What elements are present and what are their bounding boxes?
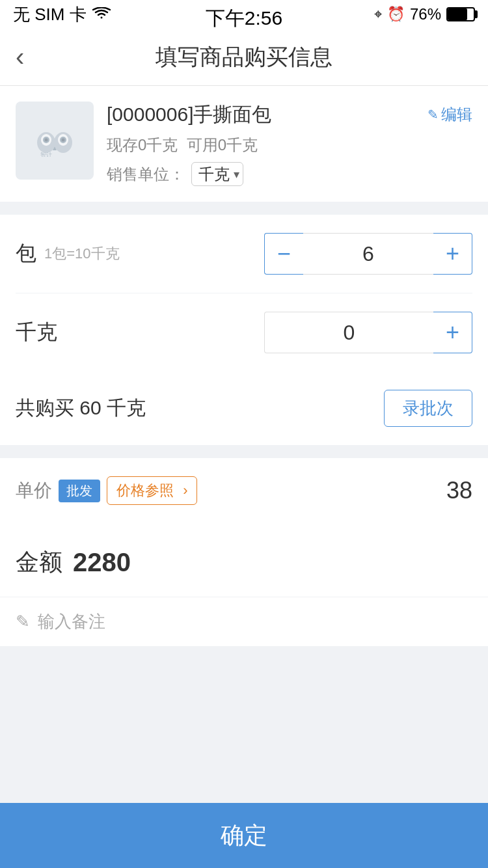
product-stock: 现存0千克 可用0千克: [107, 135, 472, 156]
bag-label: 包 1包=10千克: [16, 239, 120, 268]
unit-select-wrap[interactable]: 千克 包: [191, 162, 243, 186]
status-right: ⌖ ⏰ 76%: [374, 5, 475, 23]
confirm-button[interactable]: 确定: [0, 803, 488, 868]
section-divider-1: [0, 202, 488, 215]
unit-select[interactable]: 千克 包: [191, 162, 243, 186]
price-value: 38: [446, 477, 472, 504]
page-title: 填写商品购买信息: [156, 42, 332, 72]
bag-hint: 1包=10千克: [44, 244, 120, 264]
status-time: 下午2:56: [206, 5, 282, 32]
bag-plus-button[interactable]: +: [433, 233, 472, 275]
battery-percent: 76%: [410, 5, 441, 23]
remark-row[interactable]: ✎ 输入备注: [0, 597, 488, 646]
price-row: 单价 批发 价格参照 › 38: [16, 476, 472, 505]
kg-plus-button[interactable]: +: [433, 312, 472, 353]
section-divider-2: [0, 445, 488, 458]
price-tag: 批发: [59, 480, 100, 502]
product-unit-row: 销售单位： 千克 包: [107, 162, 472, 186]
total-amount: 60: [79, 397, 101, 418]
battery-icon: [446, 7, 475, 21]
status-left: 无 SIM 卡: [13, 3, 111, 26]
kg-quantity-input[interactable]: [264, 312, 433, 353]
kg-controls: +: [264, 312, 472, 353]
svg-point-6: [45, 139, 48, 142]
remark-edit-icon: ✎: [16, 612, 30, 632]
remark-placeholder: 输入备注: [38, 610, 105, 633]
location-icon: ⌖: [374, 6, 382, 23]
edit-button[interactable]: ✎ 编辑: [427, 104, 472, 125]
total-text: 共购买 60 千克: [16, 395, 146, 422]
svg-point-7: [62, 139, 65, 142]
back-button[interactable]: ‹: [16, 42, 24, 72]
price-section: 单价 批发 价格参照 › 38: [0, 458, 488, 528]
kg-label: 千克: [16, 318, 57, 347]
price-label: 单价 批发 价格参照 ›: [16, 476, 197, 505]
total-row: 共购买 60 千克 录批次: [0, 372, 488, 445]
price-reference-button[interactable]: 价格参照 ›: [107, 476, 197, 505]
carrier-text: 无 SIM 卡: [13, 3, 87, 26]
wifi-icon: [92, 5, 111, 25]
amount-value: 2280: [73, 548, 131, 577]
bag-input-row: 包 1包=10千克 − +: [16, 215, 472, 293]
amount-section: 金额 2280 ✎ 输入备注: [0, 528, 488, 646]
product-thumbnail: 智计: [16, 102, 94, 180]
amount-row: 金额 2280: [0, 528, 488, 597]
kg-input-row: 千克 +: [16, 293, 472, 372]
alarm-icon: ⏰: [387, 6, 405, 23]
input-section: 包 1包=10千克 − + 千克 +: [0, 215, 488, 372]
status-bar: 无 SIM 卡 下午2:56 ⌖ ⏰ 76%: [0, 0, 488, 29]
svg-text:智计: 智计: [40, 152, 52, 157]
bag-quantity-input[interactable]: [303, 233, 433, 275]
product-name: [0000006]手撕面包: [107, 102, 472, 128]
bag-minus-button[interactable]: −: [264, 233, 303, 275]
nav-bar: ‹ 填写商品购买信息: [0, 29, 488, 86]
product-info: [0000006]手撕面包 现存0千克 可用0千克 销售单位： 千克 包: [107, 102, 472, 186]
bag-controls: − +: [264, 233, 472, 275]
batch-button[interactable]: 录批次: [384, 390, 472, 427]
product-card: 智计 [0000006]手撕面包 现存0千克 可用0千克 销售单位： 千克 包 …: [0, 86, 488, 202]
